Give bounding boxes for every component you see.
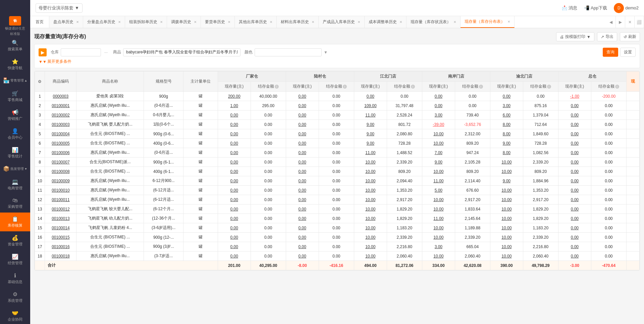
table-row: 2 00100001 惠氏启赋 (Wyeth illu... (0-6月适...…	[35, 101, 640, 110]
sidebar-item-wholesale[interactable]: 📦 批发管理 ▼	[0, 162, 30, 175]
close-icon[interactable]: ✕	[453, 20, 456, 24]
sidebar-item-label: 搜索英单	[8, 47, 22, 52]
info-icon: ℹ	[14, 272, 16, 279]
expand-icon: ▼▼	[39, 59, 47, 64]
tab-close-btn[interactable]: ✕	[625, 16, 635, 28]
th-yubei: 渝北门店	[490, 72, 558, 82]
tab-next-btn[interactable]: ▶	[616, 16, 625, 28]
goods-input[interactable]	[123, 48, 240, 56]
sidebar-item-member[interactable]: 👤 会员中心	[0, 125, 30, 143]
settings-btn[interactable]: 设置	[620, 48, 636, 57]
th-c1-amt: 结存金额i	[251, 82, 286, 92]
sidebar-item-mall[interactable]: 🛒 零售商城	[0, 87, 30, 106]
org-dropdown[interactable]: 母婴行业演示陈套 ▼	[36, 3, 83, 13]
warehouse-input[interactable]	[61, 48, 101, 56]
sum-total-amt: -470.64	[591, 261, 627, 270]
main-content: 现存量查询(库存分布) 🖨 按模版打印 ▼ ↗ 导出 ↺ 刷新 ▶ 仓库 ·	[30, 28, 644, 324]
expand-label: 展开更多条件	[47, 59, 71, 64]
data-table-wrap: ⚙ 商品编码 商品名称 规格型号 主计量单位 厂家仓 陆村仓 江北门店 南岸门店…	[34, 71, 640, 271]
tab-prev-btn[interactable]: ◀	[606, 16, 616, 28]
color-dropdown-icon: ▼	[324, 50, 328, 55]
sidebar-item-basic-info[interactable]: ℹ 基础信息	[0, 269, 30, 288]
sum-c2-qty: -8.00	[286, 261, 319, 270]
sidebar-item-retail-mgmt[interactable]: 🏪 零售管理 ▲	[0, 74, 30, 87]
th-settings[interactable]: ⚙	[35, 72, 45, 92]
tab-production-in[interactable]: 产成品入库单历史 ✕	[319, 16, 365, 28]
sidebar-item-inventory[interactable]: 📋 库存核算	[0, 213, 30, 231]
close-icon[interactable]: ✕	[228, 20, 230, 24]
info-icon[interactable]: i	[547, 85, 551, 89]
tab-cost-adjust[interactable]: 成本调整单历史 ✕	[365, 16, 407, 28]
logo-sub: 标准版	[10, 32, 20, 36]
print-btn[interactable]: 🖨 按模版打印 ▼	[556, 32, 594, 41]
sidebar-item-ops[interactable]: 📈 经营管理	[0, 250, 30, 269]
warehouse-dots[interactable]: ···	[103, 50, 109, 55]
refresh-btn[interactable]: ↺ 刷新	[620, 32, 640, 41]
info-icon[interactable]: i	[615, 85, 619, 89]
close-icon[interactable]: ✕	[194, 20, 197, 24]
tab-material-out[interactable]: 材料出库单历史 ✕	[277, 16, 319, 28]
settings-label: 设置	[624, 49, 632, 55]
sidebar-item-finance[interactable]: 💰 资金管理	[0, 231, 30, 250]
message-btn[interactable]: 📩 消息	[562, 5, 577, 11]
download-icon: 📲	[584, 5, 589, 10]
close-icon[interactable]: ✕	[76, 20, 79, 24]
close-icon[interactable]: ✕	[160, 20, 163, 24]
sidebar-item-label: 库存核算	[8, 223, 22, 228]
tab-expand-btn[interactable]: ⬜	[635, 16, 644, 28]
th-c4-amt: 结存金额i	[455, 82, 490, 92]
th-total: 总仓	[558, 72, 627, 82]
megaphone-icon: 📢	[12, 109, 18, 115]
shopping-icon: 🛍	[12, 197, 18, 203]
export-btn[interactable]: ↗ 导出	[597, 32, 617, 41]
user-menu[interactable]: D demo2	[614, 3, 639, 13]
query-btn[interactable]: 查询	[603, 48, 618, 57]
table-row: 18 00100018 惠氏启赋 (Wyeth illu... (3-7岁适..…	[35, 251, 640, 261]
expand-conditions[interactable]: ▼▼ 展开更多条件	[39, 59, 636, 64]
tab-home[interactable]: 首页	[30, 16, 49, 28]
sum-c4-amt: 42,620.08	[455, 261, 490, 270]
tab-quantity-check[interactable]: 分量盘点单历史 ✕	[83, 16, 125, 28]
table-row: 4 00100003 飞鹤星飞帆 婴儿配方奶... 1段(0-6个... 罐 0…	[35, 120, 640, 129]
th-nanan: 南岸门店	[422, 72, 490, 82]
sidebar-item-system[interactable]: ⚙ 系统管理	[0, 288, 30, 307]
info-icon[interactable]: i	[275, 85, 279, 89]
close-icon[interactable]: ✕	[507, 20, 510, 24]
sidebar-item-nav[interactable]: ⭐ 快捷导航	[0, 55, 30, 74]
sidebar-item-collab[interactable]: 🤝 企业协同	[0, 307, 30, 324]
chevron-down-icon: ▼	[75, 5, 79, 10]
expand-btn[interactable]: ▶	[39, 48, 47, 56]
tab-requisition[interactable]: 要货单历史 ✕	[201, 16, 235, 28]
th-total-amt: 结存金额i	[591, 82, 627, 92]
page-actions: 🖨 按模版打印 ▼ ↗ 导出 ↺ 刷新	[556, 32, 640, 41]
info-icon[interactable]: i	[411, 85, 415, 89]
print-label: 按模版打印	[565, 34, 585, 40]
th-total-qty: 现存量(主)	[558, 82, 591, 92]
sidebar-item-marketing[interactable]: 📢 营销推广	[0, 106, 30, 125]
tab-inventory-check[interactable]: 盘点单历史 ✕	[49, 16, 83, 28]
chevron-down-icon: ▼	[587, 35, 591, 39]
close-icon[interactable]: ✕	[312, 20, 314, 24]
search-row: ▶ 仓库 ··· 商品 颜色 ▼ 查询 设置	[39, 48, 636, 57]
info-icon[interactable]: i	[479, 85, 483, 89]
close-icon[interactable]: ✕	[270, 20, 272, 24]
close-icon[interactable]: ✕	[358, 20, 360, 24]
tab-transfer[interactable]: 调拨单历史 ✕	[167, 16, 201, 28]
sum-c3-qty: 494.00	[354, 261, 387, 270]
tab-inventory-dist[interactable]: 现存量（库存分布表） ✕	[461, 16, 515, 28]
info-icon[interactable]: i	[343, 85, 347, 89]
sidebar-item-ecommerce[interactable]: 💻 电商管理	[0, 175, 30, 194]
table-row: 6 00100005 合生元 (BIOSTIME) ... 400g (0-6.…	[35, 139, 640, 148]
app-download-btn[interactable]: 📲 App下载	[584, 5, 607, 11]
th-c4-qty: 现存量(主)	[422, 82, 455, 92]
sidebar-item-retail-stats[interactable]: 📊 零售统计	[0, 143, 30, 162]
tab-assembly[interactable]: 组装拆卸单历史 ✕	[125, 16, 167, 28]
tab-other-out[interactable]: 其他出库单历史 ✕	[235, 16, 277, 28]
sidebar-item-purchase[interactable]: 🛍 采购管理	[0, 194, 30, 213]
close-icon[interactable]: ✕	[118, 20, 121, 24]
close-icon[interactable]: ✕	[399, 20, 402, 24]
sidebar-item-search[interactable]: 🔍 搜索英单	[0, 36, 30, 55]
color-input[interactable]	[255, 48, 322, 56]
table-row: 10 00100009 惠氏启赋 (Wyeth illu... 6-12月900…	[35, 176, 640, 186]
tab-inventory-status[interactable]: 现存量（库存状况表） ✕	[407, 16, 461, 28]
